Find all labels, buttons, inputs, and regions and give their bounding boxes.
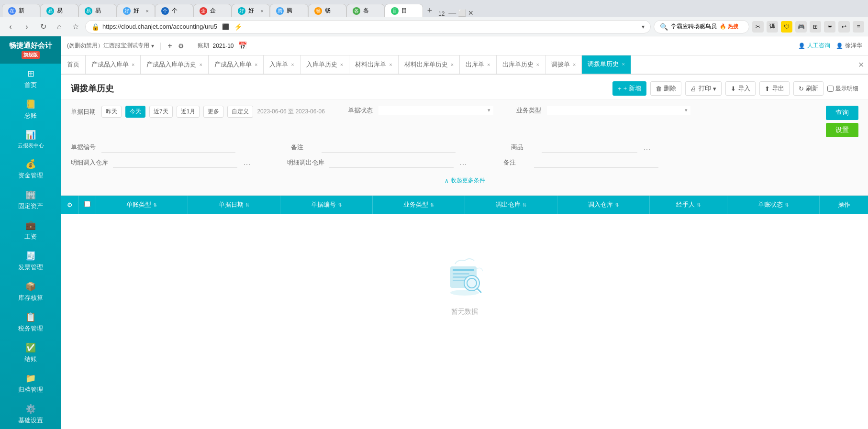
reload-button[interactable]: ↻ (36, 20, 50, 33)
sidebar-item-inventory[interactable]: 📦 库存核算 (0, 276, 61, 307)
table-header-no[interactable]: 单据编号 ⇅ (280, 196, 373, 214)
page-tab-3[interactable]: 产成品入库单 × (209, 55, 264, 74)
page-tab-4[interactable]: 入库单 × (264, 55, 300, 74)
tab-close-4[interactable]: × (146, 8, 149, 14)
sidebar-item-salary[interactable]: 💼 工资 (0, 215, 61, 246)
settings-button[interactable]: 设置 (826, 123, 858, 137)
browser-tab-8[interactable]: 腾 腾 (270, 4, 308, 17)
calendar-icon[interactable]: 📅 (238, 41, 247, 50)
page-tab-11[interactable]: 调拨单历史 × (582, 55, 631, 74)
print-button[interactable]: 🖨 打印 ▾ (685, 81, 722, 96)
user-info[interactable]: 👤 徐泽华 (836, 42, 862, 50)
date-btn-more[interactable]: 更多 (203, 106, 223, 118)
maximize-button[interactable]: ⬜ (458, 9, 466, 17)
add-company-button[interactable]: + (167, 42, 172, 50)
address-bar[interactable]: 🔒 https://cloud.chanjet.com/accounting/u… (85, 20, 651, 33)
browser-tab-7[interactable]: 好 好 × (232, 4, 270, 17)
bookmark-button[interactable]: ☆ (69, 20, 82, 33)
page-tab-2-close[interactable]: × (199, 62, 202, 67)
table-header-biztype[interactable]: 业务类型 ⇅ (373, 196, 465, 214)
page-tab-9[interactable]: 出库单历史 × (497, 55, 545, 74)
table-header-in-warehouse[interactable]: 调入仓库 ⇅ (557, 196, 650, 214)
close-window-button[interactable]: ✕ (468, 9, 474, 17)
ext-shield[interactable]: 🛡 (781, 21, 792, 33)
page-tab-10-close[interactable]: × (573, 62, 576, 67)
table-header-gear[interactable]: ⚙ (61, 196, 78, 214)
forward-button[interactable]: › (20, 20, 33, 33)
browser-tab-4[interactable]: 好 好 × (117, 4, 155, 17)
sidebar-item-tax[interactable]: 📋 税务管理 (0, 307, 61, 338)
table-header-out-warehouse[interactable]: 调出仓库 ⇅ (465, 196, 557, 214)
page-tab-home[interactable]: 首页 (61, 55, 86, 74)
export-button[interactable]: ⬆ 导出 (759, 81, 790, 96)
page-tab-11-close[interactable]: × (622, 61, 624, 67)
tab-bar-close[interactable]: ✕ (854, 60, 868, 69)
sidebar-item-archive[interactable]: 📁 归档管理 (0, 368, 61, 399)
page-tab-5-close[interactable]: × (340, 62, 343, 67)
import-button[interactable]: ⬇ 导入 (725, 81, 756, 96)
home-button[interactable]: ⌂ (53, 20, 66, 33)
table-header-check[interactable] (78, 196, 96, 214)
browser-tab-6[interactable]: 企 企 (193, 4, 232, 17)
browser-tab-11[interactable]: 目 目 (385, 4, 423, 17)
browser-tab-9[interactable]: 畅 畅 (308, 4, 346, 17)
ext-scissors[interactable]: ✂ (752, 21, 764, 33)
remark2-input[interactable] (534, 157, 658, 168)
delete-button[interactable]: 🗑 删除 (650, 81, 681, 96)
company-selector[interactable]: (勿删勿禁用）江西服宝测试专用 ▾ (67, 42, 154, 50)
query-button[interactable]: 查询 (826, 106, 858, 120)
page-tab-7-close[interactable]: × (451, 62, 454, 67)
browser-tab-10[interactable]: 各 各 (346, 4, 385, 17)
from-warehouse-dots[interactable]: … (243, 158, 251, 167)
ext-menu[interactable]: ≡ (853, 21, 864, 33)
sidebar-item-funds[interactable]: 💰 资金管理 (0, 154, 61, 185)
page-tab-10[interactable]: 调拨单 × (545, 55, 582, 74)
browser-tab-2[interactable]: 易 易 (40, 4, 78, 17)
to-warehouse-dots[interactable]: … (459, 158, 467, 167)
biztype-select[interactable]: ▾ (547, 106, 690, 115)
sidebar-item-settings[interactable]: ⚙️ 基础设置 (0, 399, 61, 429)
display-checkbox[interactable] (827, 86, 834, 92)
page-tab-4-close[interactable]: × (291, 62, 294, 67)
collapse-button[interactable]: ∧ 收起更多条件 (439, 175, 491, 187)
page-tab-1-close[interactable]: × (132, 62, 134, 67)
goods-dots[interactable]: … (643, 143, 651, 152)
ext-game[interactable]: 🎮 (795, 21, 807, 33)
page-tab-8[interactable]: 出库单 × (460, 55, 496, 74)
table-header-handler[interactable]: 经手人 ⇅ (650, 196, 727, 214)
page-tab-9-close[interactable]: × (536, 62, 539, 67)
back-button[interactable]: ‹ (4, 20, 17, 33)
to-warehouse-input[interactable] (329, 157, 454, 168)
table-header-status[interactable]: 单账状态 ⇅ (727, 196, 820, 214)
sidebar-item-home[interactable]: ⊞ 首页 (0, 64, 61, 94)
orderno-input[interactable] (101, 142, 235, 153)
dropdown-icon[interactable]: ▾ (642, 23, 645, 30)
date-btn-yesterday[interactable]: 昨天 (101, 106, 122, 118)
browser-tab-1[interactable]: 在 新 (2, 4, 40, 17)
from-warehouse-input[interactable] (113, 157, 237, 168)
new-tab-button[interactable]: + (423, 4, 436, 17)
page-tab-5[interactable]: 入库单历史 × (300, 55, 349, 74)
settings-company-icon[interactable]: ⚙ (178, 42, 184, 50)
sidebar-item-reports[interactable]: 📊 云报表中心 (0, 125, 61, 154)
remark-input[interactable] (322, 142, 456, 153)
ext-undo[interactable]: ↩ (838, 21, 850, 33)
date-btn-custom[interactable]: 自定义 (227, 106, 253, 118)
ext-sun[interactable]: ☀ (824, 21, 835, 33)
table-header-date[interactable]: 单据日期 ⇅ (188, 196, 280, 214)
status-select[interactable]: ▾ (378, 106, 493, 115)
table-header-type[interactable]: 单账类型 ⇅ (96, 196, 188, 214)
minimize-button[interactable]: — (448, 9, 456, 17)
page-tab-2[interactable]: 产成品入库单历史 × (141, 55, 208, 74)
sidebar-item-invoice[interactable]: 🧾 发票管理 (0, 246, 61, 276)
date-btn-today[interactable]: 今天 (125, 106, 145, 118)
ext-translate[interactable]: 译 (767, 21, 778, 33)
goods-input[interactable] (542, 142, 637, 153)
page-tab-3-close[interactable]: × (255, 62, 257, 67)
sidebar-item-settle[interactable]: ✅ 结账 (0, 338, 61, 368)
date-btn-7days[interactable]: 近7天 (149, 106, 173, 118)
service-button[interactable]: 👤 人工咨询 (798, 42, 830, 50)
browser-tab-3[interactable]: 易 易 (78, 4, 117, 17)
date-btn-1month[interactable]: 近1月 (177, 106, 200, 118)
select-all-checkbox[interactable] (84, 201, 90, 207)
